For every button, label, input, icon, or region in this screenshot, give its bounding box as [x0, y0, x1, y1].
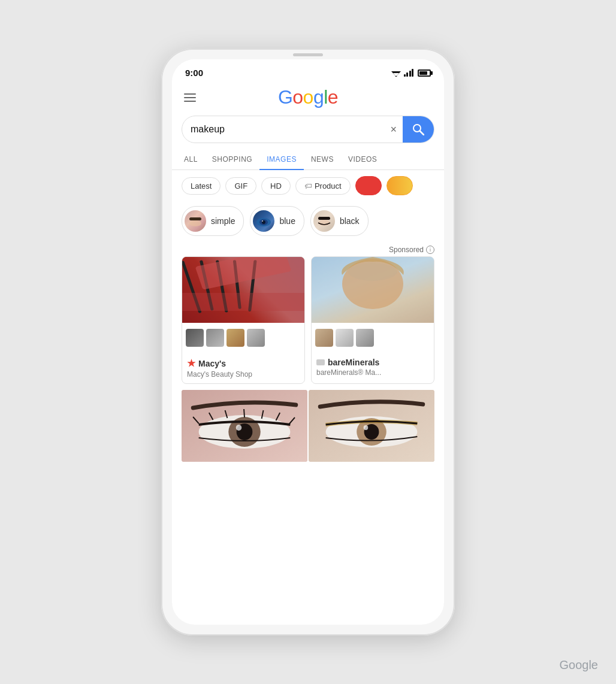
tab-shopping[interactable]: SHOPPING — [205, 149, 259, 170]
signal-icon — [404, 69, 414, 77]
macys-decoration-svg — [182, 257, 304, 323]
tab-all[interactable]: ALL — [177, 149, 205, 170]
phone-device: 9:00 — [161, 49, 455, 635]
svg-line-4 — [420, 131, 424, 135]
search-clear-button[interactable]: × — [384, 123, 403, 136]
bareminerals-decoration-svg — [312, 257, 434, 323]
app-header: Google — [172, 81, 444, 112]
search-icon — [412, 123, 424, 135]
svg-point-42 — [364, 425, 369, 430]
mini-product-1 — [186, 329, 204, 347]
filter-gif-label: GIF — [234, 181, 247, 190]
svg-rect-20 — [182, 293, 304, 311]
bareminerals-logo — [316, 359, 325, 365]
bareminerals-card-image-top — [312, 257, 434, 323]
sponsored-text: Sponsored — [389, 246, 424, 254]
image-result-right[interactable] — [309, 390, 434, 462]
svg-rect-11 — [318, 217, 330, 220]
svg-point-10 — [262, 220, 263, 222]
svg-point-29 — [236, 425, 242, 431]
bareminerals-card-info: bareMinerals bareMinerals® Ma... — [312, 353, 434, 382]
bareminerals-name: bareMinerals — [328, 358, 379, 367]
tab-images[interactable]: IMAGES — [259, 149, 304, 170]
status-time: 9:00 — [185, 68, 203, 78]
eye-right-svg — [309, 390, 434, 462]
suggestion-black-eye-icon — [313, 210, 335, 232]
image-result-left[interactable] — [182, 390, 307, 462]
google-letter-g2: g — [313, 86, 324, 108]
filter-color-orange[interactable] — [386, 176, 413, 195]
svg-line-33 — [244, 409, 244, 417]
filter-product[interactable]: 🏷 Product — [295, 177, 351, 195]
hamburger-menu-icon[interactable] — [182, 91, 198, 104]
sponsored-label: Sponsored i — [172, 241, 444, 256]
suggestion-black[interactable]: black — [310, 206, 369, 236]
suggestion-blue-avatar — [253, 210, 274, 232]
macys-card-image-bottom — [182, 323, 304, 353]
wifi-icon — [391, 69, 401, 77]
tag-icon: 🏷 — [304, 181, 312, 190]
mini-product-7 — [356, 329, 374, 347]
suggestion-blue-eye-icon — [253, 210, 274, 232]
google-watermark: Google — [560, 658, 599, 672]
product-cards: ★ Macy's Macy's Beauty Shop — [172, 256, 444, 390]
macys-star-icon: ★ — [187, 358, 195, 369]
search-bar-container: makeup × — [172, 112, 444, 149]
suggestion-black-avatar — [313, 210, 335, 232]
filter-gif[interactable]: GIF — [225, 177, 256, 195]
mini-product-4 — [247, 329, 265, 347]
nav-tabs: ALL SHOPPING IMAGES NEWS VIDEOS — [172, 149, 444, 170]
filter-hd[interactable]: HD — [261, 177, 291, 195]
suggestion-blue[interactable]: blue — [250, 206, 304, 236]
phone-speaker — [293, 53, 323, 56]
suggestion-black-label: black — [340, 216, 360, 226]
google-letter-o2: o — [303, 86, 313, 108]
bareminerals-retailer: bareMinerals — [316, 358, 429, 367]
search-submit-button[interactable] — [403, 116, 434, 143]
mini-product-5 — [315, 329, 333, 347]
search-input[interactable]: makeup — [182, 124, 384, 135]
mini-product-3 — [227, 329, 244, 347]
macys-desc: Macy's Beauty Shop — [187, 370, 300, 379]
sponsored-info-icon[interactable]: i — [426, 246, 434, 254]
macys-name: Macy's — [198, 359, 226, 368]
svg-point-5 — [189, 220, 201, 226]
google-logo: Google — [198, 86, 418, 108]
mini-product-6 — [336, 329, 354, 347]
filter-color-red[interactable] — [355, 176, 382, 195]
phone-screen: 9:00 — [172, 59, 444, 625]
hamburger-line-1 — [184, 93, 196, 95]
product-card-bareminerals[interactable]: bareMinerals bareMinerals® Ma... — [311, 256, 434, 384]
google-letter-o1: o — [292, 86, 303, 108]
bareminerals-card-image-bottom — [312, 323, 434, 353]
filter-hd-label: HD — [270, 181, 282, 190]
svg-point-23 — [348, 263, 397, 281]
suggestions-row: simple blue — [172, 201, 444, 241]
suggestion-simple-avatar — [185, 210, 206, 232]
suggestion-simple-label: simple — [211, 216, 235, 226]
filter-latest-label: Latest — [191, 181, 212, 190]
filter-product-label: Product — [315, 181, 342, 190]
hamburger-line-3 — [184, 101, 196, 102]
filter-chips-row: Latest GIF HD 🏷 Product — [172, 170, 444, 201]
suggestion-simple-eye-icon — [185, 210, 206, 232]
product-card-macys[interactable]: ★ Macy's Macy's Beauty Shop — [182, 256, 305, 384]
search-query-text: makeup — [191, 124, 225, 135]
suggestion-blue-label: blue — [279, 216, 295, 226]
macys-card-image-top — [182, 257, 304, 323]
tab-videos[interactable]: VIDEOS — [341, 149, 384, 170]
main-content: Sponsored i — [172, 241, 444, 625]
sponsored-section: Sponsored i — [172, 241, 444, 390]
svg-rect-6 — [189, 217, 201, 220]
eye-left-svg — [182, 390, 307, 462]
tab-news[interactable]: NEWS — [304, 149, 341, 170]
image-grid — [172, 390, 444, 468]
hamburger-line-2 — [184, 97, 196, 98]
mini-product-2 — [206, 329, 224, 347]
google-letter-g: G — [278, 86, 292, 108]
search-bar: makeup × — [182, 116, 434, 143]
suggestion-simple[interactable]: simple — [182, 206, 244, 236]
status-bar: 9:00 — [172, 59, 444, 81]
filter-latest[interactable]: Latest — [182, 177, 221, 195]
macys-card-info: ★ Macy's Macy's Beauty Shop — [182, 353, 304, 383]
